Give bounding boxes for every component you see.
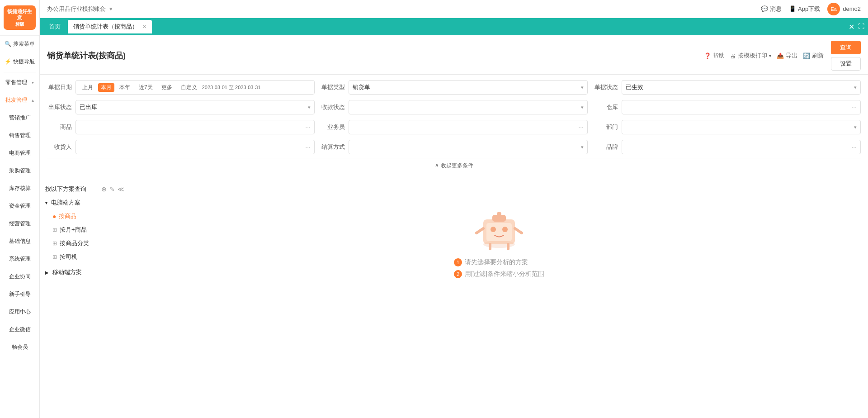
- tab-sales-stats[interactable]: 销货单统计表（按商品） ✕: [68, 20, 152, 33]
- table-icon: ⊞: [52, 254, 57, 260]
- sidebar-item-enterprise[interactable]: 企业协同: [2, 268, 38, 285]
- logo-text: 畅捷通好生意 标版: [4, 5, 36, 30]
- warehouse-control[interactable]: ···: [622, 100, 861, 114]
- settings-button[interactable]: 设置: [831, 57, 861, 71]
- sidebar-item-ecommerce[interactable]: 电商管理: [2, 145, 38, 162]
- last7days-btn[interactable]: 近7天: [135, 83, 156, 92]
- radio-selected-icon: ●: [52, 213, 56, 220]
- sidebar-item-purchase[interactable]: 采购管理: [2, 162, 38, 179]
- sidebar-logo: 畅捷通好生意 标版: [0, 0, 39, 36]
- sidebar-quick-nav[interactable]: ⚡ 快捷导航: [2, 53, 38, 70]
- tip-num-1: 1: [454, 258, 462, 266]
- chevron-down-icon: ▾: [45, 200, 47, 205]
- left-panel-header: 按以下方案查询 ⊕ ✎ ≪: [40, 182, 130, 196]
- last-month-btn[interactable]: 上月: [79, 83, 97, 92]
- bill-status-control[interactable]: 已生效 ▾: [622, 80, 861, 95]
- more-btn[interactable]: 更多: [158, 83, 176, 92]
- filter-receiver: 收货人 ···: [47, 140, 315, 154]
- dots-icon[interactable]: ···: [305, 143, 311, 151]
- chevron-down-icon: ▾: [308, 104, 311, 110]
- dots-icon[interactable]: ···: [851, 143, 857, 151]
- receiver-control[interactable]: ···: [75, 140, 315, 154]
- filter-warehouse: 仓库 ···: [593, 100, 861, 114]
- brand-control[interactable]: ···: [622, 140, 861, 154]
- right-actions: 查询 设置: [831, 41, 861, 71]
- collapse-panel-btn[interactable]: ≪: [118, 185, 124, 193]
- help-icon: ❓: [704, 52, 711, 59]
- product-label: 商品: [47, 123, 72, 131]
- receiver-label: 收货人: [47, 143, 72, 151]
- bill-type-control[interactable]: 销货单 ▾: [349, 80, 588, 95]
- query-button[interactable]: 查询: [831, 41, 861, 54]
- sidebar-item-finance[interactable]: 资金管理: [2, 198, 38, 214]
- app-download-btn[interactable]: 📱 App下载: [789, 5, 820, 13]
- tree-item-by-printer[interactable]: ⊞ 按司机: [40, 250, 130, 264]
- sidebar-item-marketing[interactable]: 营销推广: [2, 109, 38, 126]
- dropdown-icon[interactable]: ▾: [109, 5, 113, 12]
- this-year-btn[interactable]: 本年: [116, 83, 134, 92]
- empty-tip-2: 2 用[过滤]条件来缩小分析范围: [454, 270, 544, 278]
- help-btn[interactable]: ❓ 帮助: [704, 52, 725, 60]
- print-btn[interactable]: 🖨 按模板打印 ▾: [730, 52, 771, 60]
- date-control[interactable]: 上月 本月 本年 近7天 更多 自定义 2023-03-01 至 2023-03…: [75, 80, 315, 95]
- refresh-btn[interactable]: 🔄 刷新: [803, 52, 824, 60]
- table-icon: ⊞: [52, 227, 57, 233]
- tab-home[interactable]: 首页: [43, 20, 66, 33]
- sidebar-item-operation[interactable]: 经营管理: [2, 215, 38, 232]
- tree-item-by-category[interactable]: ⊞ 按商品分类: [40, 237, 130, 250]
- svg-line-7: [476, 228, 483, 233]
- warehouse-status-control[interactable]: 已出库 ▾: [75, 100, 315, 114]
- sidebar-item-sales[interactable]: 销售管理: [2, 127, 38, 144]
- dots-icon[interactable]: ···: [851, 104, 857, 111]
- message-btn[interactable]: 💬 消息: [761, 5, 782, 13]
- sidebar-item-basic[interactable]: 基础信息: [2, 233, 38, 250]
- user-profile-btn[interactable]: Ea demo2: [827, 3, 861, 15]
- this-month-btn[interactable]: 本月: [98, 83, 114, 92]
- collapse-bar[interactable]: ∧ 收起更多条件: [47, 158, 861, 173]
- close-window-icon[interactable]: ✕: [849, 23, 854, 31]
- edit-scheme-btn[interactable]: ✎: [109, 185, 115, 193]
- sidebar: 畅捷通好生意 标版 🔍 搜索菜单 ⚡ 快捷导航 零售管理 ▾ 批发管理 ▴ 营销…: [0, 0, 40, 418]
- empty-tip-1: 1 请先选择要分析的方案: [454, 258, 544, 266]
- export-btn[interactable]: 📤 导出: [777, 52, 797, 60]
- filter-department: 部门 ▾: [593, 120, 861, 134]
- grid-icon: ⚡: [5, 58, 11, 65]
- chevron-up-icon: ∧: [435, 162, 439, 170]
- chevron-down-icon: ▾: [581, 85, 584, 90]
- sidebar-item-member[interactable]: 畅会员: [2, 339, 38, 356]
- sidebar-item-inventory[interactable]: 库存核算: [2, 180, 38, 197]
- sidebar-item-wholesale[interactable]: 批发管理 ▴: [2, 92, 38, 109]
- filter-receipt-status: 收款状态 ▾: [320, 100, 588, 114]
- content-area: 按以下方案查询 ⊕ ✎ ≪ ▾ 电脑端方案 ● 按商品: [40, 179, 868, 300]
- custom-btn[interactable]: 自定义: [177, 83, 201, 92]
- dots-icon[interactable]: ···: [578, 124, 584, 131]
- tab-close-icon[interactable]: ✕: [142, 24, 146, 30]
- receipt-status-control[interactable]: ▾: [349, 100, 588, 114]
- left-panel-icons: ⊕ ✎ ≪: [101, 185, 124, 193]
- filter-area: 单据日期 上月 本月 本年 近7天 更多 自定义 2023-03-01 至: [40, 74, 868, 179]
- sidebar-item-wechat[interactable]: 企业微信: [2, 321, 38, 338]
- department-control[interactable]: ▾: [622, 120, 861, 134]
- page-actions: ❓ 帮助 🖨 按模板打印 ▾ 📤 导出 🔄: [704, 52, 824, 60]
- export-icon: 📤: [777, 52, 784, 59]
- product-control[interactable]: ···: [75, 120, 315, 134]
- add-scheme-btn[interactable]: ⊕: [101, 185, 107, 193]
- tree-item-by-product[interactable]: ● 按商品: [40, 209, 130, 223]
- print-icon: 🖨: [730, 52, 736, 59]
- payment-method-control[interactable]: ▾: [349, 140, 588, 154]
- sidebar-item-system[interactable]: 系统管理: [2, 251, 38, 267]
- dots-icon[interactable]: ···: [305, 124, 311, 131]
- payment-method-label: 结算方式: [320, 143, 345, 151]
- sidebar-search-btn[interactable]: 🔍 搜索菜单: [0, 36, 39, 52]
- sidebar-item-retail[interactable]: 零售管理 ▾: [2, 74, 38, 91]
- maximize-window-icon[interactable]: ⛶: [858, 23, 864, 31]
- message-icon: 💬: [761, 5, 768, 12]
- tree-item-by-month-product[interactable]: ⊞ 按月+商品: [40, 223, 130, 237]
- sidebar-item-guide[interactable]: 新手引导: [2, 286, 38, 303]
- salesperson-control[interactable]: ···: [349, 120, 588, 134]
- brand-label: 品牌: [593, 143, 618, 151]
- avatar: Ea: [827, 3, 840, 15]
- page-title-bar: 销货单统计表(按商品) ❓ 帮助 🖨 按模板打印 ▾ 📤: [40, 35, 868, 74]
- sidebar-item-appstore[interactable]: 应用中心: [2, 304, 38, 320]
- tab-bar: 首页 销货单统计表（按商品） ✕ ✕ ⛶: [40, 18, 868, 35]
